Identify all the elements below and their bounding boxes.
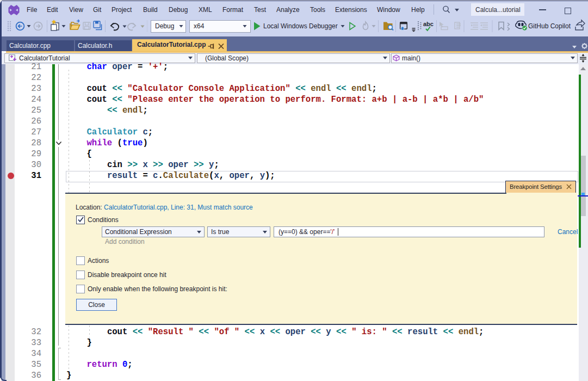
svg-text:abc: abc: [423, 21, 434, 27]
